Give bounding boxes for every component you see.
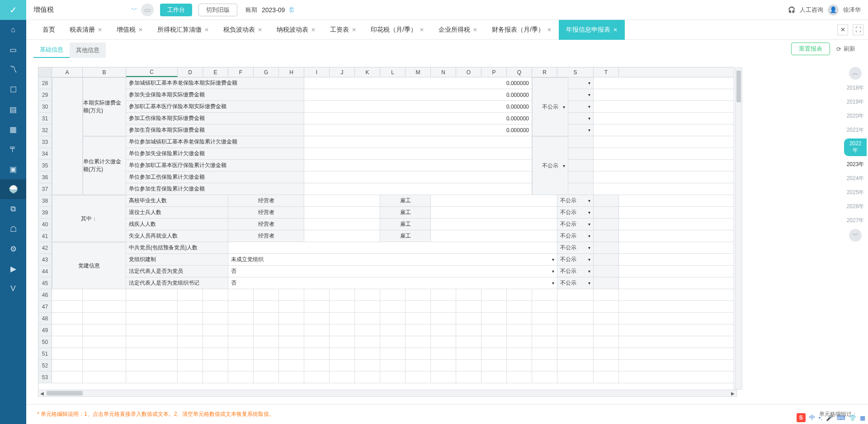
merged-cell[interactable]: 党建信息 [52,242,126,289]
nav-bag-icon[interactable]: ☐ [0,80,26,100]
year-2019年[interactable]: 2019年 [847,96,864,108]
year-2021年[interactable]: 2021年 [847,124,864,136]
ime-lang[interactable]: 中 [809,414,815,422]
row-header[interactable]: 42 [38,242,52,253]
nav-inbox-icon[interactable]: ☖ [0,219,26,239]
row-header[interactable]: 45 [38,277,52,289]
ime-keyboard-icon[interactable]: ⌨ [837,414,845,421]
row-header[interactable]: 34 [38,148,52,159]
row-header[interactable]: 39 [38,207,52,218]
row-header[interactable]: 30 [38,101,52,112]
row-header[interactable]: 33 [38,136,52,148]
tab-2[interactable]: 增值税✕ [109,20,150,40]
row-header[interactable]: 46 [38,289,52,300]
username[interactable]: 徐泽华 [843,6,861,14]
year-2026年[interactable]: 2026年 [847,201,864,212]
row-header[interactable]: 36 [38,172,52,183]
tab-5[interactable]: 纳税波动表✕ [269,20,323,40]
select-all-corner[interactable] [38,67,52,77]
tab-1[interactable]: 税表清册✕ [62,20,109,40]
row-header[interactable]: 32 [38,124,52,136]
col-I[interactable]: I [304,67,330,77]
tab-9[interactable]: 财务报表（月/季）✕ [485,20,559,40]
ime-mic-icon[interactable]: 🎤 [826,414,833,421]
col-B[interactable]: B [83,67,126,77]
tab-close-icon[interactable]: ✕ [352,27,356,33]
row-header[interactable]: 38 [38,195,52,206]
year-2025年[interactable]: 2025年 [847,187,864,198]
module-selector[interactable]: 增值税 ﹀ [33,5,137,14]
year-2024年[interactable]: 2024年 [847,173,864,184]
ime-toolbox-icon[interactable]: ▦ [860,414,865,421]
year-2022年[interactable]: 2022年 [844,138,867,156]
avatar[interactable]: 👤 [828,5,839,15]
year-down-icon[interactable]: ﹀ [849,229,862,242]
col-M[interactable]: M [406,67,431,77]
row-header[interactable]: 44 [38,266,52,277]
col-Q[interactable]: Q [507,67,532,77]
close-all-tabs-button[interactable]: ✕ [837,24,848,35]
nav-copy-icon[interactable]: ⧉ [0,199,26,219]
row-header[interactable]: 35 [38,160,52,171]
tab-close-icon[interactable]: ✕ [311,27,316,33]
row-header[interactable]: 49 [38,324,52,336]
row-header[interactable]: 29 [38,89,52,100]
reset-button[interactable]: 重置报表 [791,43,830,55]
col-N[interactable]: N [431,67,456,77]
row-header[interactable]: 51 [38,348,52,359]
row-header[interactable]: 31 [38,113,52,124]
tab-0[interactable]: 首页 [35,20,62,40]
headset-icon[interactable]: 🎧 [788,6,795,13]
col-C[interactable]: C [126,67,178,77]
row-header[interactable]: 41 [38,230,52,242]
row-header[interactable]: 37 [38,183,52,195]
vertical-scrollbar[interactable] [735,67,742,390]
tab-10[interactable]: 年报信息申报表✕ [559,20,625,40]
tab-close-icon[interactable]: ✕ [420,27,424,33]
col-L[interactable]: L [380,67,406,77]
tab-close-icon[interactable]: ✕ [613,27,618,33]
col-S[interactable]: S [557,67,594,77]
tab-close-icon[interactable]: ✕ [473,27,477,33]
col-J[interactable]: J [330,67,355,77]
nav-grid-icon[interactable]: ▣ [0,159,26,179]
sogou-icon[interactable]: S [797,413,806,422]
row-header[interactable]: 48 [38,313,52,324]
subtab-basic[interactable]: 基础信息 [33,43,70,58]
record-icon[interactable]: ▭ [141,4,154,16]
row-header[interactable]: 52 [38,360,52,371]
nav-tax-icon[interactable]: 〒 [0,139,26,159]
row-header[interactable]: 47 [38,301,52,312]
col-D[interactable]: D [178,67,203,77]
ime-punct-icon[interactable]: •, [819,414,822,421]
tab-close-icon[interactable]: ✕ [547,27,552,33]
expand-button[interactable]: ⛶ [853,24,863,35]
merged-cell[interactable]: 不公示▾ [532,136,568,195]
year-2020年[interactable]: 2020年 [847,110,864,122]
switch-version-button[interactable]: 切到旧版 [198,4,237,16]
nav-gear-icon[interactable]: ⚙ [0,239,26,259]
nav-chart-icon[interactable]: 〽 [0,60,26,80]
nav-doc-icon[interactable]: ▭ [0,40,26,60]
spreadsheet[interactable]: A B C D E F G H I J K L M N O P Q R S T … [38,67,734,397]
tab-close-icon[interactable]: ✕ [98,27,102,33]
tab-6[interactable]: 工资表✕ [323,20,363,40]
tab-close-icon[interactable]: ✕ [138,27,143,33]
row-header[interactable]: 43 [38,254,52,265]
tab-7[interactable]: 印花税（月/季）✕ [363,20,431,40]
col-G[interactable]: G [254,67,279,77]
year-2023年[interactable]: 2023年 [847,159,864,170]
merged-cell[interactable] [52,77,83,195]
tab-8[interactable]: 企业所得税✕ [431,20,485,40]
row-header[interactable]: 53 [38,372,52,383]
tab-4[interactable]: 税负波动表✕ [216,20,269,40]
year-up-icon[interactable]: ︿ [849,67,862,80]
calendar-icon[interactable]: 🗓 [288,6,295,14]
col-P[interactable]: P [481,67,507,77]
merged-cell[interactable]: 本期实际缴费金额(万元) [83,77,126,136]
nav-form-icon[interactable]: ▤ [0,100,26,119]
col-F[interactable]: F [228,67,254,77]
col-H[interactable]: H [279,67,304,77]
v-scroll-thumb[interactable] [736,71,741,102]
row-header[interactable]: 40 [38,219,52,230]
